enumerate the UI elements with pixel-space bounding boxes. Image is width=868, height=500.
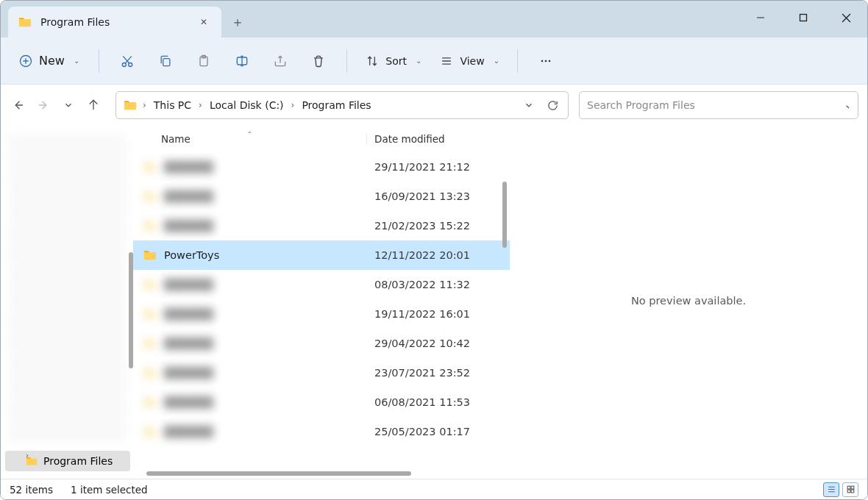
navigation-pane[interactable]: › Program Files	[1, 126, 133, 479]
address-bar[interactable]: › This PC › Local Disk (C:) › Program Fi…	[115, 91, 569, 119]
maximize-button[interactable]	[782, 1, 825, 35]
forward-button[interactable]	[32, 93, 55, 117]
minimize-button[interactable]	[739, 1, 782, 35]
sort-button-label: Sort	[385, 55, 407, 67]
close-tab-button[interactable]: ✕	[196, 15, 211, 29]
vertical-scrollbar[interactable]	[502, 182, 507, 248]
svg-point-8	[129, 63, 132, 66]
view-button[interactable]: View ⌄	[432, 49, 507, 73]
file-name: ██████	[164, 426, 213, 438]
file-name: ██████	[164, 161, 213, 173]
file-date: 25/05/2023 01:17	[367, 426, 510, 438]
breadcrumb-segment[interactable]: Program Files	[297, 96, 375, 114]
view-button-label: View	[460, 55, 484, 67]
delete-button[interactable]	[301, 46, 336, 76]
share-button[interactable]	[263, 46, 298, 76]
svg-rect-31	[847, 486, 850, 489]
rename-button[interactable]	[224, 46, 260, 76]
table-row[interactable]: ██████29/11/2021 21:12	[133, 152, 510, 182]
svg-rect-34	[851, 490, 854, 493]
navigation-row: › This PC › Local Disk (C:) › Program Fi…	[1, 85, 867, 126]
table-row[interactable]: PowerToys12/11/2022 20:01	[133, 240, 510, 270]
file-rows: ██████29/11/2021 21:12██████16/09/2021 1…	[133, 152, 510, 479]
table-row[interactable]: ██████23/07/2021 23:52	[133, 358, 510, 388]
file-list: ⌃ Name Date modified ██████29/11/2021 21…	[133, 126, 510, 479]
see-more-button[interactable]	[528, 46, 563, 76]
folder-icon	[143, 220, 157, 232]
folder-icon	[143, 249, 157, 261]
file-name: ██████	[164, 190, 213, 202]
details-view-button[interactable]	[823, 482, 839, 497]
thumbnails-view-button[interactable]	[842, 482, 858, 497]
chevron-right-icon: ›	[290, 100, 296, 110]
breadcrumb-segment[interactable]: Local Disk (C:)	[205, 96, 288, 114]
active-tab[interactable]: Program Files ✕	[8, 7, 221, 38]
folder-icon	[143, 308, 157, 320]
titlebar: Program Files ✕ ＋	[1, 1, 867, 38]
column-header-name[interactable]: ⌃ Name	[133, 133, 367, 145]
navpane-current-label: Program Files	[43, 455, 113, 467]
copy-button[interactable]	[148, 46, 183, 76]
paste-button[interactable]	[186, 46, 221, 76]
breadcrumb-segment[interactable]: This PC	[149, 96, 196, 114]
svg-point-7	[123, 63, 127, 66]
svg-line-27	[847, 105, 849, 107]
folder-icon	[143, 338, 157, 349]
file-name: ██████	[164, 279, 213, 290]
svg-point-22	[549, 60, 551, 62]
table-row[interactable]: ██████06/08/2021 11:53	[133, 388, 510, 417]
sort-indicator-icon: ⌃	[246, 130, 252, 138]
folder-icon	[143, 426, 157, 438]
chevron-right-icon: ›	[141, 100, 148, 110]
cut-button[interactable]	[110, 46, 145, 76]
search-input[interactable]	[587, 99, 832, 111]
navpane-current-item[interactable]: › Program Files	[5, 451, 130, 471]
svg-rect-11	[163, 58, 170, 65]
toolbar: New ⌄ Sort ⌄ View ⌄	[1, 38, 867, 85]
up-button[interactable]	[82, 93, 105, 117]
selection-count: 1 item selected	[71, 484, 148, 496]
close-window-button[interactable]	[825, 1, 867, 35]
table-row[interactable]: ██████21/02/2023 15:22	[133, 211, 510, 240]
column-headers: ⌃ Name Date modified	[133, 126, 510, 152]
chevron-down-icon: ⌄	[74, 57, 79, 65]
tab-title: Program Files	[40, 16, 188, 28]
file-name: ██████	[164, 308, 213, 320]
back-button[interactable]	[7, 93, 30, 117]
file-name: ██████	[164, 220, 213, 232]
file-date: 06/08/2021 11:53	[367, 396, 510, 408]
new-tab-button[interactable]: ＋	[226, 10, 249, 34]
new-button-label: New	[39, 54, 65, 68]
file-name: ██████	[164, 367, 213, 379]
column-header-date[interactable]: Date modified	[367, 133, 510, 145]
svg-point-20	[541, 60, 544, 62]
svg-rect-33	[847, 490, 850, 493]
folder-icon	[143, 279, 157, 290]
file-name: ██████	[164, 396, 213, 408]
file-date: 19/11/2022 16:01	[367, 308, 510, 320]
svg-point-21	[545, 60, 547, 62]
sort-button[interactable]: Sort ⌄	[357, 49, 429, 73]
file-date: 21/02/2023 15:22	[367, 220, 510, 232]
recent-locations-button[interactable]	[57, 93, 80, 117]
horizontal-scrollbar[interactable]	[146, 471, 411, 476]
search-box[interactable]	[579, 91, 858, 119]
folder-icon	[143, 367, 157, 379]
file-date: 29/11/2021 21:12	[367, 161, 510, 173]
address-history-button[interactable]	[518, 94, 540, 116]
refresh-button[interactable]	[541, 94, 563, 116]
svg-rect-32	[851, 486, 854, 489]
window-controls	[739, 1, 867, 35]
table-row[interactable]: ██████29/04/2022 10:42	[133, 329, 510, 358]
file-date: 29/04/2022 10:42	[367, 338, 510, 349]
table-row[interactable]: ██████16/09/2021 13:23	[133, 182, 510, 211]
table-row[interactable]: ██████08/03/2022 11:32	[133, 270, 510, 299]
chevron-down-icon: ⌄	[416, 57, 421, 65]
folder-icon	[143, 190, 157, 202]
table-row[interactable]: ██████19/11/2022 16:01	[133, 299, 510, 329]
view-layout-toggle	[823, 482, 858, 497]
new-button[interactable]: New ⌄	[10, 49, 88, 73]
svg-rect-1	[800, 15, 807, 21]
status-bar: 52 items 1 item selected	[1, 479, 867, 499]
table-row[interactable]: ██████25/05/2023 01:17	[133, 417, 510, 446]
